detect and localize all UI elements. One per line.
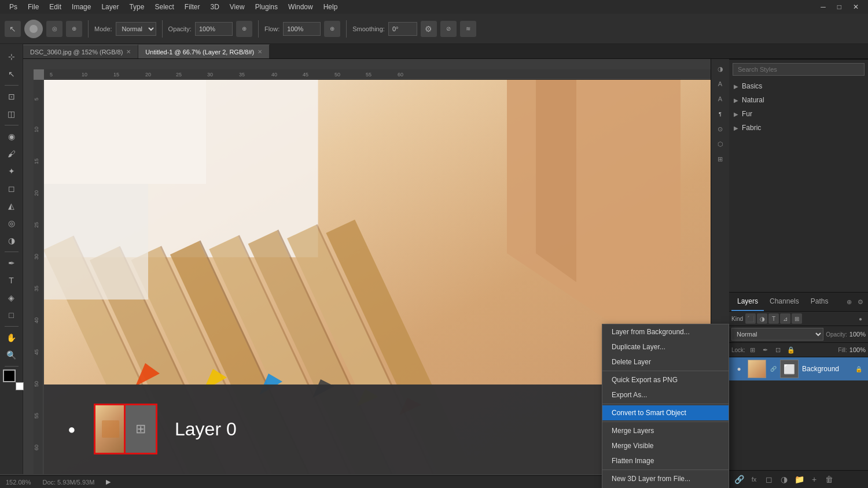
sidebar-camera-icon[interactable]: ⊙ bbox=[713, 123, 727, 135]
style-group-basics[interactable]: ▶ Basics bbox=[729, 79, 868, 93]
menu-view[interactable]: View bbox=[225, 2, 249, 12]
menu-file[interactable]: File bbox=[23, 2, 43, 12]
filter-type-icon[interactable]: T bbox=[768, 313, 779, 324]
brush-extra-2[interactable]: ≋ bbox=[460, 21, 476, 37]
layer-delete-btn[interactable]: 🗑 bbox=[823, 473, 836, 486]
smoothing-input[interactable] bbox=[388, 22, 417, 36]
clone-tool[interactable]: ✦ bbox=[3, 163, 20, 179]
pen-tool[interactable]: ✒ bbox=[3, 255, 20, 271]
flow-toggle[interactable]: ⊕ bbox=[324, 21, 340, 37]
color-swatch[interactable] bbox=[3, 369, 20, 387]
direct-select-tool[interactable]: ↖ bbox=[3, 66, 20, 82]
close-button[interactable]: ✕ bbox=[848, 2, 863, 12]
layer-item-background[interactable]: ● 🔗 ⬜ Background 🔒 bbox=[729, 357, 868, 380]
status-expand[interactable]: ▶ bbox=[106, 478, 111, 486]
layer-fx-btn[interactable]: fx bbox=[748, 473, 760, 486]
menu-filter[interactable]: Filter bbox=[180, 2, 205, 12]
selection-tool[interactable]: ⊹ bbox=[3, 49, 20, 65]
path-select-tool[interactable]: ◈ bbox=[3, 290, 20, 306]
tab-close-untitled1[interactable]: ✕ bbox=[258, 49, 262, 55]
blur-tool[interactable]: ◎ bbox=[3, 215, 20, 231]
layers-add-icon[interactable]: ⊕ bbox=[844, 297, 854, 307]
lock-pixels-icon[interactable]: ⊞ bbox=[748, 345, 758, 355]
menu-ps[interactable]: Ps bbox=[5, 2, 22, 12]
tab-channels[interactable]: Channels bbox=[764, 293, 805, 311]
lock-all-icon[interactable]: 🔒 bbox=[786, 345, 796, 355]
layer-visibility-eye[interactable]: ● bbox=[61, 419, 82, 440]
menu-3d[interactable]: 3D bbox=[205, 2, 223, 12]
cm-new-3d-layer[interactable]: New 3D Layer from File... bbox=[602, 471, 729, 486]
cm-quick-export[interactable]: Quick Export as PNG bbox=[602, 372, 729, 387]
sidebar-grid-icon[interactable]: ⊞ bbox=[713, 153, 727, 165]
minimize-button[interactable]: ─ bbox=[816, 2, 830, 12]
sidebar-adjustments-icon[interactable]: ◑ bbox=[713, 62, 727, 75]
style-group-fabric[interactable]: ▶ Fabric bbox=[729, 121, 868, 135]
style-group-fur[interactable]: ▶ Fur bbox=[729, 107, 868, 121]
tab-dsc3060[interactable]: DSC_3060.jpg @ 152% (RGB/8) ✕ bbox=[23, 45, 138, 58]
menu-select[interactable]: Select bbox=[150, 2, 178, 12]
opacity-input[interactable] bbox=[195, 22, 233, 36]
layer-folder-btn[interactable]: 📁 bbox=[793, 473, 806, 486]
mode-select[interactable]: Normal bbox=[116, 22, 156, 36]
spot-heal-tool[interactable]: ◉ bbox=[3, 128, 20, 145]
filter-adj-icon[interactable]: ◑ bbox=[757, 313, 767, 324]
layer-new-btn[interactable]: + bbox=[808, 473, 821, 486]
crop-tool[interactable]: ⊡ bbox=[3, 88, 20, 105]
brush-tool[interactable]: 🖌 bbox=[3, 146, 20, 162]
cm-export-as[interactable]: Export As... bbox=[602, 387, 729, 402]
brush-size-control[interactable] bbox=[24, 20, 43, 38]
brush-option-1[interactable]: ◎ bbox=[46, 21, 62, 37]
cm-merge-visible[interactable]: Merge Visible bbox=[602, 438, 729, 453]
sidebar-styles-icon[interactable]: A bbox=[713, 77, 727, 90]
layers-settings-icon[interactable]: ⚙ bbox=[855, 297, 866, 307]
layer-link-btn[interactable]: 🔗 bbox=[733, 473, 745, 486]
dodge-tool[interactable]: ◑ bbox=[3, 232, 20, 249]
sidebar-char-icon[interactable]: ¶ bbox=[713, 108, 727, 120]
lock-artboards-icon[interactable]: ⊡ bbox=[773, 345, 784, 355]
type-tool[interactable]: T bbox=[3, 272, 20, 289]
brush-extra-1[interactable]: ⊘ bbox=[440, 21, 457, 37]
tab-close-dsc3060[interactable]: ✕ bbox=[126, 49, 131, 55]
cm-merge-layers[interactable]: Merge Layers bbox=[602, 423, 729, 438]
menu-image[interactable]: Image bbox=[67, 2, 95, 12]
layer-mask-btn[interactable]: ◻ bbox=[763, 473, 775, 486]
opacity-toggle[interactable]: ⊕ bbox=[236, 21, 252, 37]
layer-adjustment-btn[interactable]: ◑ bbox=[778, 473, 790, 486]
tab-layers[interactable]: Layers bbox=[731, 293, 764, 311]
filter-toggle[interactable]: ● bbox=[855, 313, 866, 324]
zoom-tool[interactable]: 🔍 bbox=[3, 347, 20, 363]
menu-help[interactable]: Help bbox=[319, 2, 343, 12]
menu-window[interactable]: Window bbox=[284, 2, 318, 12]
perspective-tool[interactable]: ◫ bbox=[3, 106, 20, 122]
style-group-natural[interactable]: ▶ Natural bbox=[729, 93, 868, 107]
gradient-tool[interactable]: ◭ bbox=[3, 198, 20, 214]
tab-paths[interactable]: Paths bbox=[805, 293, 834, 311]
cm-layer-from-bg[interactable]: Layer from Background... bbox=[602, 324, 729, 339]
sidebar-type-icon[interactable]: A bbox=[713, 93, 727, 105]
smoothing-gear[interactable]: ⚙ bbox=[421, 21, 437, 37]
styles-search-input[interactable] bbox=[733, 63, 865, 76]
tab-untitled1[interactable]: Untitled-1 @ 66.7% (Layer 2, RGB/8#) ✕ bbox=[138, 45, 270, 58]
cm-convert-smart-object[interactable]: Convert to Smart Object bbox=[602, 405, 729, 420]
filter-pixel-icon[interactable]: ⬛ bbox=[745, 313, 756, 324]
menu-layer[interactable]: Layer bbox=[97, 2, 123, 12]
cm-flatten-image[interactable]: Flatten Image bbox=[602, 453, 729, 468]
hand-tool[interactable]: ✋ bbox=[3, 330, 20, 346]
foreground-color[interactable] bbox=[3, 369, 16, 382]
sidebar-3d-icon[interactable]: ⬡ bbox=[713, 138, 727, 150]
lock-position-icon[interactable]: ✒ bbox=[760, 345, 771, 355]
eraser-tool[interactable]: ◻ bbox=[3, 180, 20, 197]
brush-option-2[interactable]: ⊕ bbox=[66, 21, 82, 37]
blend-mode-select[interactable]: Normal bbox=[731, 328, 823, 341]
move-tool[interactable]: ↖ bbox=[5, 21, 21, 37]
menu-plugins[interactable]: Plugins bbox=[251, 2, 282, 12]
menu-edit[interactable]: Edit bbox=[45, 2, 66, 12]
cm-delete-layer[interactable]: Delete Layer bbox=[602, 354, 729, 369]
layer-visibility-toggle[interactable]: ● bbox=[734, 364, 744, 374]
shape-tool[interactable]: □ bbox=[3, 307, 20, 323]
background-color[interactable] bbox=[16, 382, 24, 390]
menu-type[interactable]: Type bbox=[124, 2, 149, 12]
filter-smart-icon[interactable]: ⊞ bbox=[792, 313, 802, 324]
maximize-button[interactable]: □ bbox=[833, 2, 846, 12]
cm-duplicate-layer[interactable]: Duplicate Layer... bbox=[602, 339, 729, 354]
